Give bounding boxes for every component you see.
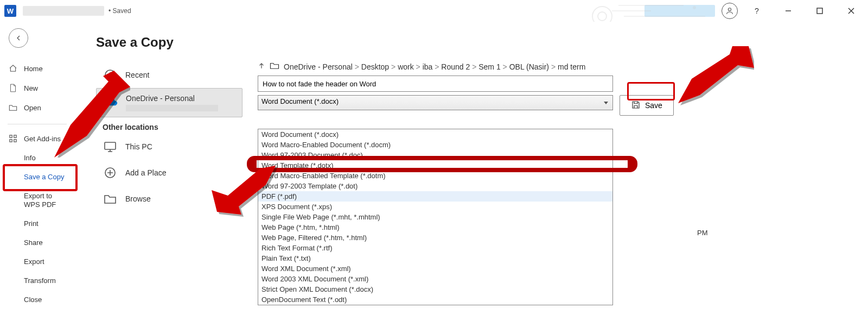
breadcrumb-segment[interactable]: OneDrive - Personal	[284, 62, 353, 71]
nav-print[interactable]: Print	[0, 214, 74, 233]
file-format-option[interactable]: Word 2003 XML Document (*.xml)	[258, 274, 612, 284]
svg-point-3	[728, 8, 731, 11]
chevron-right-icon: >	[353, 62, 361, 71]
breadcrumb-segment[interactable]: Desktop	[361, 62, 389, 71]
breadcrumb-segment[interactable]: iba	[423, 62, 433, 71]
file-format-option[interactable]: Word 97-2003 Document (*.doc)	[258, 150, 612, 160]
document-name-redacted	[23, 6, 104, 16]
save-button[interactable]: Save	[620, 95, 674, 116]
onedrive-email-redacted	[126, 105, 218, 111]
file-format-select[interactable]: Word Document (*.docx)	[258, 95, 613, 110]
save-icon	[631, 100, 641, 111]
close-window-button[interactable]	[839, 3, 864, 19]
svg-rect-9	[14, 135, 16, 137]
file-format-option[interactable]: Word Document (*.docx)	[258, 129, 612, 140]
breadcrumb: OneDrive - Personal > Desktop > work > i…	[258, 62, 670, 71]
file-format-option[interactable]: Rich Text Format (*.rtf)	[258, 243, 612, 253]
file-format-option[interactable]: Web Page (*.htm, *.html)	[258, 222, 612, 233]
breadcrumb-segment[interactable]: md term	[558, 62, 585, 71]
svg-point-0	[592, 7, 612, 22]
backstage: Home New Open Get Add-ins Info Save a Co…	[0, 22, 868, 333]
other-locations-label: Other locations	[103, 123, 242, 131]
nav-open[interactable]: Open	[0, 98, 74, 117]
svg-rect-13	[105, 142, 116, 149]
location-browse[interactable]: Browse	[96, 186, 242, 212]
file-format-option[interactable]: Word 97-2003 Template (*.dot)	[258, 181, 612, 191]
back-button[interactable]	[9, 28, 28, 48]
add-place-icon	[103, 165, 118, 180]
nav-share[interactable]: Share	[0, 233, 74, 252]
file-format-dropdown: Word Document (*.docx)Word Macro-Enabled…	[258, 129, 613, 305]
save-status: • Saved	[108, 7, 131, 15]
nav-label: Info	[24, 154, 36, 162]
file-format-option[interactable]: Plain Text (*.txt)	[258, 253, 612, 263]
breadcrumb-segment[interactable]: work	[398, 62, 414, 71]
chevron-right-icon: >	[501, 62, 509, 71]
svg-point-1	[598, 12, 607, 21]
locations-list: Recent OneDrive - Personal Other locatio…	[96, 62, 242, 212]
file-format-option[interactable]: Word Template (*.dotx)	[258, 160, 612, 171]
nav-label: Export to WPS PDF	[24, 192, 66, 209]
nav-info[interactable]: Info	[0, 148, 74, 167]
file-format-option[interactable]: Word XML Document (*.xml)	[258, 263, 612, 274]
chevron-right-icon: >	[432, 62, 441, 71]
location-label: This PC	[125, 142, 152, 151]
left-nav: Home New Open Get Add-ins Info Save a Co…	[0, 22, 74, 333]
filename-input[interactable]	[258, 76, 613, 92]
breadcrumb-segment[interactable]: Round 2	[441, 62, 470, 71]
location-label: OneDrive - Personal	[126, 94, 218, 103]
open-folder-icon	[9, 103, 17, 112]
chevron-right-icon: >	[389, 62, 398, 71]
nav-label: New	[24, 84, 38, 92]
nav-new[interactable]: New	[0, 78, 74, 98]
nav-label: Share	[24, 238, 43, 247]
folder-icon	[270, 62, 279, 71]
help-icon[interactable]: ?	[744, 3, 769, 19]
file-format-option[interactable]: Web Page, Filtered (*.htm, *.html)	[258, 233, 612, 243]
user-name-redacted	[644, 5, 715, 17]
breadcrumb-segment[interactable]: Sem 1	[478, 62, 500, 71]
location-add-place[interactable]: Add a Place	[96, 160, 242, 186]
nav-close[interactable]: Close	[0, 290, 74, 309]
onedrive-icon	[103, 94, 118, 109]
file-time-suffix: PM	[697, 229, 708, 237]
nav-home[interactable]: Home	[0, 59, 74, 78]
nav-transform[interactable]: Transform	[0, 271, 74, 290]
minimize-button[interactable]	[776, 3, 801, 19]
save-form: OneDrive - Personal > Desktop > work > i…	[258, 62, 670, 212]
nav-get-addins[interactable]: Get Add-ins	[0, 129, 74, 148]
maximize-button[interactable]	[807, 3, 832, 19]
file-format-option[interactable]: PDF (*.pdf)	[258, 191, 612, 202]
location-recent[interactable]: Recent	[96, 62, 242, 88]
file-format-option[interactable]: Strict Open XML Document (*.docx)	[258, 284, 612, 294]
nav-export[interactable]: Export	[0, 252, 74, 271]
nav-label: Print	[24, 219, 39, 228]
breadcrumb-segment[interactable]: OBL (Nasir)	[509, 62, 549, 71]
file-format-selected: Word Document (*.docx)	[261, 97, 339, 105]
account-icon[interactable]	[722, 3, 738, 19]
nav-label: Export	[24, 257, 44, 266]
save-button-label: Save	[645, 101, 662, 110]
file-format-option[interactable]: Word Macro-Enabled Template (*.dotm)	[258, 171, 612, 181]
file-format-option[interactable]: Single File Web Page (*.mht, *.mhtml)	[258, 212, 612, 222]
new-doc-icon	[9, 84, 17, 92]
file-format-option[interactable]: Word Macro-Enabled Document (*.docm)	[258, 140, 612, 150]
location-this-pc[interactable]: This PC	[96, 134, 242, 160]
svg-rect-8	[10, 135, 12, 137]
file-format-option[interactable]: XPS Document (*.xps)	[258, 202, 612, 212]
location-label: Add a Place	[125, 168, 167, 177]
svg-rect-5	[817, 8, 822, 14]
word-app-icon: W	[4, 5, 16, 17]
addins-icon	[9, 134, 17, 143]
nav-label: Close	[24, 296, 42, 304]
chevron-right-icon: >	[549, 62, 558, 71]
location-onedrive-personal[interactable]: OneDrive - Personal	[96, 88, 242, 117]
recent-icon	[103, 67, 118, 83]
up-arrow-icon[interactable]	[258, 62, 265, 71]
page-title: Save a Copy	[96, 35, 846, 50]
nav-save-a-copy[interactable]: Save a Copy	[0, 167, 74, 186]
nav-label: Transform	[24, 277, 56, 285]
nav-export-wps-pdf[interactable]: Export to WPS PDF	[0, 186, 74, 214]
location-label: Browse	[125, 194, 151, 203]
file-format-option[interactable]: OpenDocument Text (*.odt)	[258, 294, 612, 305]
